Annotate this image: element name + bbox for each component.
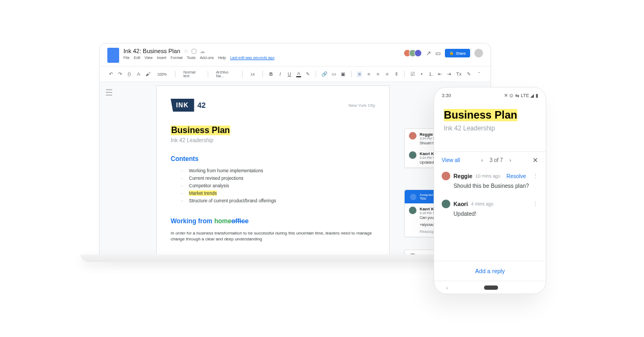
mobile-heading-1[interactable]: Business Plan xyxy=(444,109,517,121)
comment-timestamp: 10 mins ago xyxy=(475,173,500,179)
mobile-document-view[interactable]: Business Plan Ink 42 Leadership xyxy=(434,101,546,132)
history-icon[interactable]: ↗ xyxy=(426,50,431,57)
numbered-list-icon[interactable]: 1. xyxy=(428,71,433,77)
document-location: New York City xyxy=(348,103,375,108)
menu-addons[interactable]: Add-ons xyxy=(200,56,214,60)
close-comments-icon[interactable]: ✕ xyxy=(532,156,538,164)
underline-icon[interactable]: U xyxy=(287,71,292,77)
doc-heading-1[interactable]: Business Plan xyxy=(171,126,230,135)
menu-help[interactable]: Help xyxy=(218,56,226,60)
clear-formatting-icon[interactable]: Tx xyxy=(456,71,462,77)
outdent-icon[interactable]: ⇤ xyxy=(438,71,443,77)
more-options-icon[interactable]: ⋮ xyxy=(532,201,538,207)
star-icon[interactable]: ☆ xyxy=(184,48,188,54)
comments-pager-bar: View all ‹ 3 of 7 › ✕ xyxy=(434,151,546,169)
move-icon[interactable] xyxy=(192,49,196,54)
collapse-toolbar-icon[interactable]: ˆ xyxy=(476,71,482,77)
account-avatar[interactable] xyxy=(474,49,483,57)
outline-toggle-icon[interactable]: ☰ xyxy=(105,87,113,95)
next-comment-icon[interactable]: › xyxy=(509,157,511,163)
toolbar: ↶ ↷ ⎙ A 🖌 100% Normal text Archivo Na...… xyxy=(100,66,491,82)
toc-arrow-icon: → xyxy=(179,169,184,173)
back-icon[interactable]: ‹ xyxy=(446,284,448,291)
more-options-icon[interactable]: ⋮ xyxy=(532,173,538,179)
section-heading-text: Working from xyxy=(171,217,214,225)
mobile-comment[interactable]: Reggie 10 mins ago Resolve ⋮ Should this… xyxy=(434,169,546,196)
share-button[interactable]: 🔒Share xyxy=(445,49,470,57)
toc-item[interactable]: Current revised projections xyxy=(189,175,244,181)
menu-file[interactable]: File xyxy=(123,56,129,60)
add-comment-icon[interactable]: ▭ xyxy=(332,71,336,77)
table-of-contents: →Working from home implementations →Curr… xyxy=(171,168,375,203)
view-all-comments-link[interactable]: View all xyxy=(442,157,460,163)
comments-icon[interactable]: ▭ xyxy=(435,50,441,57)
font-size-input[interactable]: 14 xyxy=(248,71,258,78)
indent-icon[interactable]: ⇥ xyxy=(447,71,452,77)
commenter-avatar xyxy=(442,172,450,180)
resolve-button[interactable]: Resolve xyxy=(507,173,526,179)
last-edit-link[interactable]: Last edit was seconds ago xyxy=(230,56,275,60)
suggested-delete: office xyxy=(231,217,248,225)
comment-pager-label: 3 of 7 xyxy=(489,157,503,163)
toc-item[interactable]: Working from home implementations xyxy=(189,168,263,173)
insert-image-icon[interactable]: ▣ xyxy=(341,71,346,77)
line-spacing-icon[interactable]: ⇕ xyxy=(394,71,399,77)
commenter-avatar xyxy=(409,207,416,214)
toc-item[interactable]: Competitor analysis xyxy=(189,183,229,188)
status-bar: 3:30 ✕ ⊙ ⇆ LTE ◢ ▮ xyxy=(434,87,546,101)
doc-subtitle[interactable]: Ink 42 Leadership xyxy=(171,137,375,143)
comment-timestamp: 4 mins ago xyxy=(471,201,494,207)
cloud-status-icon: ☁ xyxy=(200,48,205,54)
status-time: 3:30 xyxy=(442,93,451,98)
align-left-icon[interactable]: ≡ xyxy=(357,71,362,77)
toc-item[interactable]: Market trends xyxy=(189,191,217,196)
toc-item[interactable]: Structure of current product/brand offer… xyxy=(189,198,276,203)
font-select[interactable]: Archivo Na... xyxy=(213,69,236,79)
mobile-comment[interactable]: Kaori 4 mins ago ⋮ Updated! xyxy=(434,196,546,224)
menu-format[interactable]: Format xyxy=(171,56,182,60)
toc-arrow-icon: → xyxy=(179,176,184,181)
spellcheck-icon[interactable]: A xyxy=(136,71,141,77)
align-justify-icon[interactable]: ≡ xyxy=(385,71,390,77)
menu-view[interactable]: View xyxy=(144,56,152,60)
undo-icon[interactable]: ↶ xyxy=(108,71,113,77)
comment-text: Updated! xyxy=(453,210,538,217)
document-canvas: ☰ INK 42 New York City Business Plan Ink… xyxy=(100,82,491,255)
editing-mode-icon[interactable]: ✎ xyxy=(466,71,472,77)
contents-heading[interactable]: Contents xyxy=(171,155,375,163)
highlight-icon[interactable]: ✎ xyxy=(305,71,310,77)
docs-logo-icon[interactable] xyxy=(107,48,119,63)
redo-icon[interactable]: ↷ xyxy=(118,71,122,77)
bulleted-list-icon[interactable]: • xyxy=(419,71,424,77)
align-center-icon[interactable]: ≡ xyxy=(366,71,371,77)
document-title[interactable]: Ink 42: Business Plan xyxy=(123,48,180,54)
paragraph-style-select[interactable]: Normal text xyxy=(181,69,202,79)
body-paragraph[interactable]: In order for a business transformation t… xyxy=(171,230,375,242)
brand-number: 42 xyxy=(197,101,206,109)
zoom-select[interactable]: 100% xyxy=(155,71,170,78)
link-icon[interactable]: 🔗 xyxy=(321,71,327,77)
menu-insert[interactable]: Insert xyxy=(157,56,166,60)
commenter-name: Reggie xyxy=(453,173,472,179)
collaborator-avatars[interactable] xyxy=(406,49,422,57)
bold-icon[interactable]: B xyxy=(268,71,273,77)
collaborator-avatar[interactable] xyxy=(414,49,422,57)
checklist-icon[interactable]: ☑ xyxy=(410,71,415,77)
print-icon[interactable]: ⎙ xyxy=(127,71,131,77)
brand-logo: INK xyxy=(171,99,194,112)
mobile-subtitle[interactable]: Ink 42 Leadership xyxy=(444,124,536,132)
paint-format-icon[interactable]: 🖌 xyxy=(145,71,150,77)
italic-icon[interactable]: I xyxy=(278,71,283,77)
document-page[interactable]: INK 42 New York City Business Plan Ink 4… xyxy=(156,85,390,255)
section-heading[interactable]: Working from homeoffice xyxy=(171,217,375,225)
align-right-icon[interactable]: ≡ xyxy=(376,71,380,77)
text-color-icon[interactable]: A xyxy=(296,71,301,77)
assignee-avatar xyxy=(410,194,416,200)
prev-comment-icon[interactable]: ‹ xyxy=(481,157,483,163)
commenter-avatar xyxy=(442,200,450,208)
add-reply-button[interactable]: Add a reply xyxy=(434,261,546,281)
menu-edit[interactable]: Edit xyxy=(134,56,140,60)
menu-tools[interactable]: Tools xyxy=(187,56,195,60)
home-pill-icon[interactable] xyxy=(484,285,498,290)
phone-screen: 3:30 ✕ ⊙ ⇆ LTE ◢ ▮ Business Plan Ink 42 … xyxy=(434,87,546,294)
